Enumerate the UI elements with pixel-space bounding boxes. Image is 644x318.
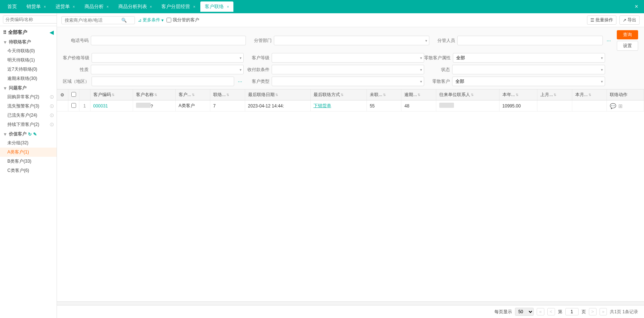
filter-retail-select[interactable]: 全部 [452, 77, 605, 86]
sidebar-item-churned[interactable]: 已流失客户(24) ⓘ [0, 111, 57, 120]
sidebar-search-area: 🔍 [0, 13, 57, 26]
filter-panel: 电话号码 分管部门 ▾ 分管人员 ··· [57, 27, 644, 89]
filter-customer-grade: 客户等级 ▾ [244, 53, 425, 63]
settings-button[interactable]: 设置 [617, 41, 638, 51]
chat-icon[interactable]: 💬 [610, 103, 616, 109]
nav-purchase[interactable]: 进货单 × [51, 1, 79, 12]
filter-row-3: 性质 ▾ 收付款条件 ▾ [63, 65, 638, 74]
nav-customer-contact-close[interactable]: × [227, 5, 229, 9]
nav-product-list-close[interactable]: × [150, 5, 152, 9]
my-customer-checkbox[interactable]: 我分管的客户 [167, 17, 199, 23]
nav-product-analysis[interactable]: 商品分析 × [80, 1, 113, 12]
sidebar-item-tomorrow[interactable]: 明天待联络(1) [0, 56, 57, 65]
info-icon-2: ⓘ [50, 104, 54, 109]
filter-button[interactable]: ⊿ 更多条件 ▾ [138, 17, 164, 23]
filter-manager-input[interactable] [457, 36, 603, 45]
nav-product-list[interactable]: 商品分析列表 × [114, 1, 157, 12]
sidebar-item-a-class[interactable]: A类客户(1) [0, 148, 57, 157]
col-last-contact-date[interactable]: 最后联络日期⇅ [245, 89, 310, 100]
col-customer-name[interactable]: 客户名称⇅ [133, 89, 175, 100]
filter-dept-select[interactable] [274, 36, 429, 45]
filter-payment-select[interactable] [272, 65, 425, 74]
export-button[interactable]: ↗ 导出 [619, 15, 640, 25]
sidebar-item-declining[interactable]: 持续下滑客户(2) ⓘ [0, 120, 57, 129]
filter-dept-label: 分管部门 [246, 38, 272, 44]
info-icon-3: ⓘ [50, 113, 54, 118]
page-size-select[interactable]: 10 20 50 100 [515, 308, 534, 316]
sidebar-item-7days[interactable]: 近7天待联络(0) [0, 65, 57, 74]
filter-region-dots[interactable]: ··· [236, 78, 244, 84]
last-page-button[interactable]: » [600, 308, 607, 315]
nav-customer-tier[interactable]: 客户分层经营 × [157, 1, 200, 12]
cell-no-contact: 55 [366, 100, 401, 112]
col-this-year[interactable]: 本年...⇅ [499, 89, 537, 100]
sidebar-item-churn-warning[interactable]: 流失预警客户(3) ⓘ [0, 102, 57, 111]
cell-contact: 7 [210, 100, 245, 112]
refresh-icon[interactable]: ↻ [28, 132, 32, 137]
window-close-button[interactable]: × [632, 2, 641, 11]
nav-home[interactable]: 首页 [3, 1, 21, 12]
sidebar-item-c-class[interactable]: C类客户(6) [0, 166, 57, 175]
sidebar-item-repurchase-abnormal[interactable]: 回购异常客户(2) ⓘ [0, 92, 57, 102]
next-page-button[interactable]: > [589, 308, 597, 315]
search-icon-btn[interactable]: 🔍 [121, 18, 127, 23]
nav-purchase-close[interactable]: × [73, 5, 75, 9]
nav-sales[interactable]: 销货单 × [22, 1, 50, 12]
filter-status-select[interactable] [452, 65, 605, 74]
sidebar-item-today[interactable]: 今天待联络(0) [0, 46, 57, 56]
col-customer-type[interactable]: 客户...⇅ [175, 89, 210, 100]
h-scrollbar[interactable] [57, 301, 644, 305]
export-icon: ↗ [623, 18, 626, 23]
nav-product-analysis-close[interactable]: × [107, 5, 109, 9]
prev-page-button[interactable]: < [547, 308, 555, 315]
batch-op-button[interactable]: ☰ 批量操作 [587, 15, 616, 25]
cell-last-contact-method[interactable]: 下销货单 [310, 100, 366, 112]
sidebar-search-input[interactable] [3, 15, 57, 24]
value-customers-group: ▼ 价值客户 ↻ ✎ [0, 129, 57, 138]
qr-icon[interactable]: ⊞ [618, 103, 623, 109]
col-no-contact[interactable]: 未联...⇅ [366, 89, 401, 100]
filter-nature: 性质 ▾ [63, 65, 244, 74]
page-input[interactable] [565, 308, 579, 315]
sidebar-item-b-class[interactable]: B类客户(33) [0, 157, 57, 166]
row-checkbox[interactable] [71, 103, 76, 108]
col-last-contact-method[interactable]: 最后联络方式⇅ [310, 89, 366, 100]
filter-phone-input[interactable] [91, 36, 246, 45]
query-button[interactable]: 查询 [617, 30, 638, 39]
col-last-month[interactable]: 上月...⇅ [537, 89, 572, 100]
nav-customer-contact[interactable]: 客户联络 × [200, 1, 233, 12]
select-all-checkbox[interactable] [71, 92, 76, 97]
col-customer-code[interactable]: 客户编码⇅ [90, 89, 133, 100]
filter-region-input[interactable] [92, 77, 234, 86]
filter-retail-attr-select[interactable]: 全部 [453, 53, 605, 63]
sort-icon-contact: ⇅ [226, 93, 229, 97]
filter-dept-wrap: ▾ [274, 36, 429, 45]
sort-icon-unit: ⇅ [471, 93, 474, 97]
col-contact[interactable]: 联络...⇅ [210, 89, 245, 100]
filter-nature-select[interactable] [91, 65, 244, 74]
first-page-button[interactable]: « [537, 308, 544, 315]
filter-customer-grade-label: 客户等级 [244, 55, 269, 61]
filter-price-grade-select[interactable] [92, 53, 244, 63]
info-icon: ⓘ [50, 95, 54, 100]
sidebar-collapse-icon[interactable]: ◀ [50, 29, 54, 35]
search-input[interactable] [65, 18, 120, 23]
col-settings[interactable]: ⚙ [57, 89, 68, 100]
sidebar-item-overdue[interactable]: 逾期未联络(30) [0, 74, 57, 83]
filter-customer-grade-select[interactable] [272, 53, 425, 63]
nav-sales-close[interactable]: × [44, 5, 46, 9]
edit-icon[interactable]: ✎ [33, 132, 37, 137]
col-this-month[interactable]: 本月...⇅ [572, 89, 607, 100]
cell-customer-name: ? [133, 100, 175, 112]
sort-icon-code: ⇅ [112, 93, 115, 97]
filter-manager-dots[interactable]: ··· [605, 38, 612, 43]
col-unit-contact[interactable]: 往来单位联系人⇅ [436, 89, 499, 100]
col-overdue[interactable]: 逾期...⇅ [401, 89, 436, 100]
cell-customer-code[interactable]: 000031 [90, 100, 133, 112]
my-customer-check[interactable] [167, 18, 171, 22]
filter-retail-label: 零散客户 [424, 78, 450, 85]
filter-customer-grade-wrap: ▾ [272, 53, 425, 63]
sidebar-item-ungrouped[interactable]: 未分组(32) [0, 138, 57, 148]
nav-customer-tier-close[interactable]: × [193, 5, 195, 9]
filter-customer-type-select[interactable] [272, 77, 425, 86]
